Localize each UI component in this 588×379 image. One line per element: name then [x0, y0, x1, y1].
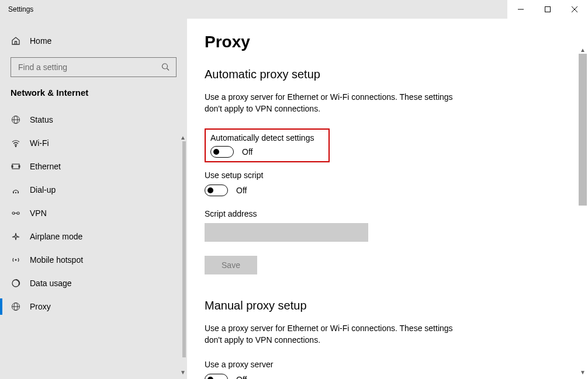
svg-point-15	[18, 192, 18, 193]
ethernet-icon	[11, 162, 21, 171]
nav-label: Airplane mode	[30, 232, 82, 241]
nav-label: Wi-Fi	[30, 138, 49, 148]
svg-rect-11	[12, 165, 13, 168]
nav-label: Proxy	[30, 302, 51, 311]
svg-point-14	[15, 192, 16, 193]
titlebar: Settings	[0, 0, 588, 19]
dialup-icon	[11, 185, 21, 194]
nav-item-hotspot[interactable]: Mobile hotspot	[0, 248, 187, 272]
window-controls	[507, 0, 588, 19]
svg-rect-10	[12, 164, 19, 169]
nav-label: Ethernet	[30, 162, 61, 171]
svg-point-19	[15, 259, 17, 261]
main-scroll-down-icon[interactable]: ▼	[580, 369, 586, 375]
svg-point-9	[15, 146, 16, 147]
globe-icon	[11, 115, 21, 124]
nav-label: Mobile hotspot	[30, 255, 83, 265]
save-button: Save	[205, 256, 257, 274]
nav-label: Status	[30, 115, 53, 124]
page-title: Proxy	[205, 33, 570, 51]
script-address-input	[205, 223, 368, 242]
manual-proxy-description: Use a proxy server for Ethernet or Wi-Fi…	[205, 323, 456, 346]
setup-script-state: Off	[236, 186, 247, 195]
home-label: Home	[30, 36, 51, 46]
svg-point-4	[162, 64, 168, 69]
auto-detect-label: Automatically detect settings	[210, 133, 324, 142]
setup-script-label: Use setup script	[205, 171, 570, 180]
use-proxy-state: Off	[236, 375, 247, 379]
sidebar-scrollbar[interactable]	[182, 141, 186, 357]
sidebar: Home Network & Internet Status	[0, 19, 187, 379]
main-content: Proxy Automatic proxy setup Use a proxy …	[187, 19, 588, 379]
svg-point-17	[17, 212, 19, 214]
nav-item-status[interactable]: Status	[0, 108, 187, 131]
highlight-box: Automatically detect settings Off	[205, 128, 330, 162]
data-usage-icon	[11, 279, 21, 288]
proxy-icon	[11, 302, 21, 311]
nav-item-dialup[interactable]: Dial-up	[0, 178, 187, 201]
nav-item-wifi[interactable]: Wi-Fi	[0, 131, 187, 155]
main-scroll-up-icon[interactable]: ▲	[580, 47, 586, 53]
svg-line-5	[167, 68, 170, 71]
window-title: Settings	[8, 5, 33, 13]
settings-search[interactable]	[11, 57, 177, 77]
auto-detect-state: Off	[242, 147, 253, 157]
sidebar-scroll-up-icon[interactable]: ▲	[180, 134, 186, 141]
nav-label: Data usage	[30, 279, 72, 288]
close-button[interactable]	[561, 0, 588, 19]
nav-item-data-usage[interactable]: Data usage	[0, 272, 187, 295]
svg-rect-1	[545, 7, 551, 12]
svg-point-13	[13, 192, 13, 193]
nav-item-ethernet[interactable]: Ethernet	[0, 155, 187, 178]
auto-detect-toggle[interactable]	[210, 146, 234, 158]
nav-item-proxy[interactable]: Proxy	[0, 295, 187, 318]
svg-point-16	[12, 212, 15, 214]
category-heading: Network & Internet	[0, 88, 187, 108]
use-proxy-toggle[interactable]	[205, 374, 228, 379]
wifi-icon	[11, 138, 21, 148]
nav-list: Status Wi-Fi Ethernet Dial-up	[0, 108, 187, 318]
auto-proxy-description: Use a proxy server for Ethernet or Wi-Fi…	[205, 92, 456, 114]
vpn-icon	[11, 208, 21, 218]
search-input[interactable]	[17, 62, 170, 72]
search-icon	[161, 63, 170, 72]
home-nav[interactable]: Home	[0, 30, 187, 51]
minimize-button[interactable]	[507, 0, 534, 19]
use-proxy-label: Use a proxy server	[205, 360, 570, 369]
nav-item-airplane[interactable]: Airplane mode	[0, 225, 187, 248]
setup-script-toggle[interactable]	[205, 185, 228, 196]
auto-proxy-heading: Automatic proxy setup	[205, 68, 570, 81]
nav-label: Dial-up	[30, 185, 56, 194]
svg-rect-12	[19, 165, 20, 168]
home-icon	[11, 36, 21, 46]
manual-proxy-heading: Manual proxy setup	[205, 299, 570, 312]
main-scrollbar[interactable]	[579, 54, 587, 206]
airplane-icon	[11, 232, 21, 241]
script-address-label: Script address	[205, 209, 570, 218]
sidebar-scroll-down-icon[interactable]: ▼	[180, 369, 186, 375]
hotspot-icon	[11, 255, 21, 265]
nav-item-vpn[interactable]: VPN	[0, 201, 187, 225]
nav-label: VPN	[30, 208, 47, 218]
maximize-button[interactable]	[534, 0, 561, 19]
